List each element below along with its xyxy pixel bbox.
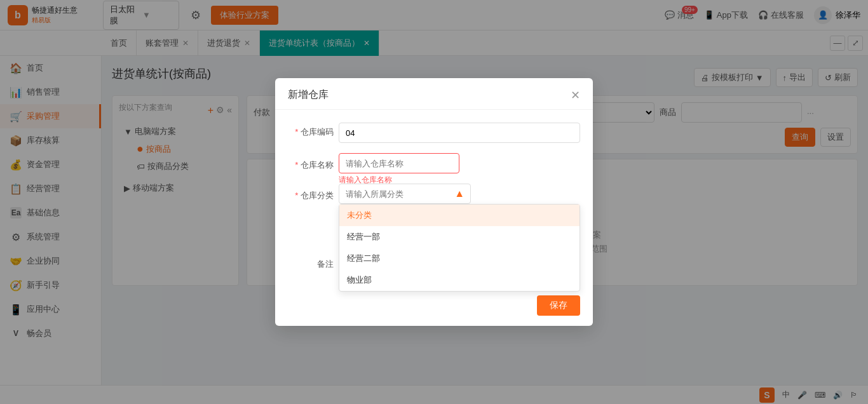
- warehouse-category-label: 仓库分类: [288, 186, 339, 201]
- dropdown-item-dept3[interactable]: 物业部: [339, 269, 580, 291]
- modal-close-button[interactable]: ✕: [571, 90, 580, 101]
- modal-save-button[interactable]: 保存: [537, 295, 580, 316]
- dropdown-item-unclassified[interactable]: 未分类: [339, 205, 580, 226]
- modal-header: 新增仓库 ✕: [275, 78, 593, 110]
- warehouse-notes-label: 备注: [288, 255, 339, 270]
- warehouse-code-input[interactable]: [339, 123, 580, 143]
- dropdown-item-dept2[interactable]: 经营二部: [339, 248, 580, 269]
- warehouse-code-row: 仓库编码: [288, 123, 580, 143]
- warehouse-category-input[interactable]: [339, 184, 471, 204]
- warehouse-name-row: 仓库名称 请输入仓库名称: [288, 153, 580, 173]
- modal-overlay: 新增仓库 ✕ 仓库编码 仓库名称 请输入仓库名称 仓库分类: [0, 0, 868, 404]
- modal-body: 仓库编码 仓库名称 请输入仓库名称 仓库分类 ▲: [275, 110, 593, 275]
- warehouse-name-input[interactable]: [339, 153, 459, 173]
- category-dropdown-toggle[interactable]: ▲: [454, 188, 465, 199]
- dropdown-item-dept1[interactable]: 经营一部: [339, 226, 580, 248]
- warehouse-category-row: 仓库分类 ▲ 未分类 经营一部 经营二部 物业部: [288, 184, 580, 204]
- warehouse-code-label: 仓库编码: [288, 123, 339, 138]
- modal-title: 新增仓库: [288, 88, 329, 102]
- add-warehouse-modal: 新增仓库 ✕ 仓库编码 仓库名称 请输入仓库名称 仓库分类: [275, 78, 593, 326]
- warehouse-name-label: 仓库名称: [288, 156, 339, 171]
- category-dropdown-list: 未分类 经营一部 经营二部 物业部: [339, 204, 580, 292]
